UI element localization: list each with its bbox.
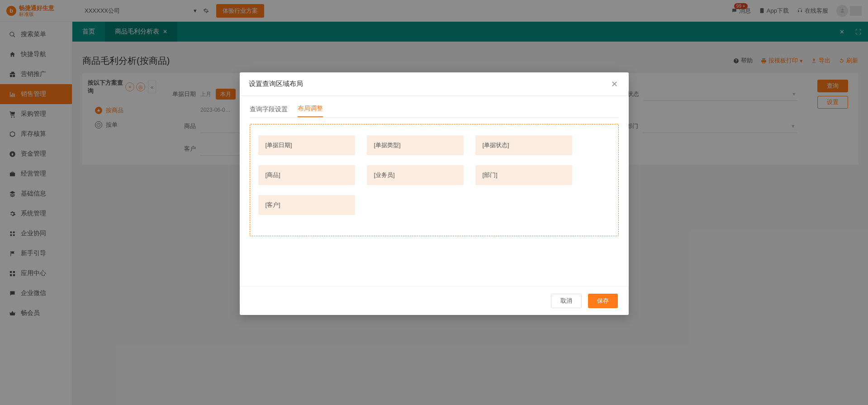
layout-drop-area[interactable]: [单据日期][单据类型][单据状态][商品][业务员][部门][客户] (250, 124, 619, 236)
modal-close-button[interactable]: ✕ (609, 77, 620, 91)
modal-body: 查询字段设置 布局调整 [单据日期][单据类型][单据状态][商品][业务员][… (240, 96, 629, 286)
layout-chip-4[interactable]: [业务员] (367, 165, 464, 185)
modal-header: 设置查询区域布局 ✕ (240, 72, 629, 96)
layout-settings-modal: 设置查询区域布局 ✕ 查询字段设置 布局调整 [单据日期][单据类型][单据状态… (240, 72, 629, 315)
layout-chip-1[interactable]: [单据类型] (367, 135, 464, 155)
layout-chip-2[interactable]: [单据状态] (475, 135, 572, 155)
layout-chip-6[interactable]: [客户] (258, 195, 355, 215)
modal-footer: 取消 保存 (240, 286, 629, 315)
cancel-button[interactable]: 取消 (551, 294, 582, 308)
modal-title: 设置查询区域布局 (249, 80, 303, 88)
layout-chip-0[interactable]: [单据日期] (258, 135, 355, 155)
tab-layout-adjust[interactable]: 布局调整 (298, 105, 323, 117)
modal-tabs: 查询字段设置 布局调整 (250, 102, 619, 118)
save-button[interactable]: 保存 (588, 294, 618, 308)
layout-chip-3[interactable]: [商品] (258, 165, 355, 185)
layout-chip-5[interactable]: [部门] (475, 165, 572, 185)
tab-query-fields[interactable]: 查询字段设置 (250, 105, 288, 117)
